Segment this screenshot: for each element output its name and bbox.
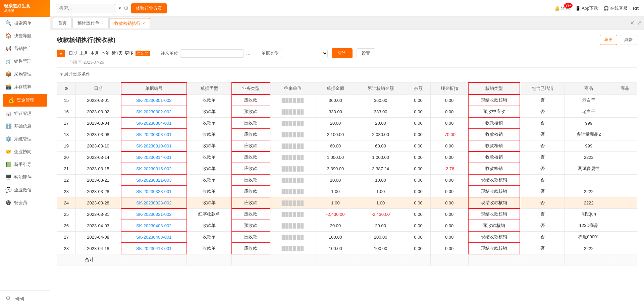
industry-btn[interactable]: 体验行业方案 xyxy=(131,3,167,13)
export-btn[interactable]: 导出 xyxy=(600,35,617,45)
sidebar-item-hardware[interactable]: 🖥️智能硬件 xyxy=(0,171,50,184)
sidebar-item-sales[interactable]: 🛒销售管理 xyxy=(0,55,50,68)
query-btn[interactable]: 查询 xyxy=(332,48,353,58)
bill-link[interactable]: SK-20230308-001 xyxy=(136,132,172,137)
sidebar-item-system[interactable]: ⚙️系统管理 xyxy=(0,133,50,145)
sidebar-item-member[interactable]: 🅥畅会员 xyxy=(0,196,50,209)
sidebar-item-enterprise[interactable]: 🤝企业协同 xyxy=(0,145,50,158)
cell-include_settled: 否 xyxy=(520,186,565,197)
cell-bill_no[interactable]: SK-20230304-001 xyxy=(121,117,187,129)
tab-close-prepay[interactable]: × xyxy=(101,21,104,25)
main-table: ⚙日期单据编号单据类型业务类型往来单位单据金额累计核销金额余额现金折扣核销类型包… xyxy=(57,82,637,265)
cell-bill_no[interactable]: SK-20230315-002 xyxy=(121,163,187,174)
cell-bill_type: 收款单 xyxy=(187,117,232,129)
online-support[interactable]: 🎧 在线客服 xyxy=(603,5,628,11)
bill-link[interactable]: SK-20230328-001 xyxy=(136,189,172,194)
user-name[interactable]: Rit xyxy=(633,6,639,11)
cell-gear: 25 xyxy=(57,208,76,220)
col-header-amount[interactable]: 单据金额 xyxy=(316,82,355,95)
cell-bill_no[interactable]: SK-20230308-001 xyxy=(121,129,187,140)
filter-date-last-month[interactable]: 上月 xyxy=(79,50,88,56)
table-header: ⚙日期单据编号单据类型业务类型往来单位单据金额累计核销金额余额现金折扣核销类型包… xyxy=(57,82,637,95)
col-header-goods[interactable]: 商品 xyxy=(565,82,613,95)
filter-date-7days[interactable]: 近7天 xyxy=(112,50,123,56)
cell-bill_no[interactable]: SK-20230321-003 xyxy=(121,174,187,186)
bill-link[interactable]: SK-20230328-002 xyxy=(136,200,172,205)
cell-partner: ██████ xyxy=(270,117,316,129)
sidebar-item-search[interactable]: 🔍搜索菜单 xyxy=(0,17,50,29)
dropdown-arrow[interactable]: ▾ xyxy=(119,6,121,11)
bill-link[interactable]: SK-20230331-002 xyxy=(136,212,172,217)
col-header-bill_type[interactable]: 单据类型 xyxy=(187,82,232,95)
cell-bill_no[interactable]: SK-20230314-001 xyxy=(121,151,187,163)
setting-btn[interactable]: 设置 xyxy=(357,48,375,58)
gear-icon[interactable]: ⚙ xyxy=(5,295,11,302)
bill-link[interactable]: SK-20230302-002 xyxy=(136,109,172,114)
bill-link[interactable]: SK-20230403-002 xyxy=(136,223,172,228)
cell-balance: 0.00 xyxy=(406,197,430,208)
sidebar-item-purchase[interactable]: 📦采购管理 xyxy=(0,68,50,80)
cell-write_off: 20.00 xyxy=(355,117,406,129)
col-header-include_settled[interactable]: 包含已结清 xyxy=(520,82,565,95)
bill-link[interactable]: SK-20230310-001 xyxy=(136,143,172,148)
tab-close-receipt[interactable]: × xyxy=(143,21,145,26)
sidebar-item-finance[interactable]: 💰资金管理 xyxy=(3,94,47,107)
filter-date-this-month[interactable]: 本月 xyxy=(90,50,99,56)
filter-more-dots[interactable]: ... xyxy=(246,50,250,56)
col-header-discount[interactable]: 现金折扣 xyxy=(430,82,468,95)
col-header-partner[interactable]: 往来单位 xyxy=(270,82,316,95)
cell-bill_no[interactable]: SK-20230328-001 xyxy=(121,186,187,197)
cell-bill_no[interactable]: SK-20230408-001 xyxy=(121,231,187,243)
sidebar-item-guide[interactable]: 📗新手引导 xyxy=(0,158,50,171)
cell-bill_no[interactable]: SK-20230328-002 xyxy=(121,197,187,208)
tab-receipt[interactable]: 收款核销执行× xyxy=(109,18,150,28)
sidebar-item-quicknav[interactable]: 🏠快捷导航 xyxy=(0,29,50,42)
col-header-date[interactable]: 日期 xyxy=(75,82,121,95)
col-header-goods2[interactable]: 商品 xyxy=(613,82,637,95)
cell-goods: 2222 xyxy=(565,197,613,208)
app-download[interactable]: 📱 App下载 xyxy=(575,5,598,11)
tab-close-all[interactable]: ✕ xyxy=(630,20,634,26)
cell-bill_no[interactable]: SK-20230310-001 xyxy=(121,140,187,151)
col-header-write_off[interactable]: 累计核销金额 xyxy=(355,82,406,95)
topbar-gear-icon[interactable]: ⚙ xyxy=(124,5,128,11)
filter-date-this-year[interactable]: 本年 xyxy=(101,50,110,56)
cell-bill_no[interactable]: SK-20230418-001 xyxy=(121,243,187,254)
bill-type-select[interactable] xyxy=(281,49,328,58)
cell-bill_type: 收款单 xyxy=(187,95,232,106)
bill-link[interactable]: SK-20230321-003 xyxy=(136,178,172,183)
bill-link[interactable]: SK-20230314-001 xyxy=(136,155,172,160)
expand-toggle[interactable]: » xyxy=(57,50,65,57)
sidebar-item-inventory[interactable]: 🗃️库存核算 xyxy=(0,80,50,93)
cell-bill_no[interactable]: SK-20230302-002 xyxy=(121,106,187,117)
sidebar-item-basic[interactable]: ℹ️基础信息 xyxy=(0,120,50,133)
tab-prepay[interactable]: 预计应付单× xyxy=(72,18,109,28)
filter-date-more[interactable]: 更多 xyxy=(125,50,133,56)
tab-expand[interactable]: ⤢ xyxy=(637,20,641,26)
col-header-write_off_type[interactable]: 核销类型 xyxy=(468,82,520,95)
refresh-btn[interactable]: 刷新 xyxy=(620,35,637,45)
cell-bill_no[interactable]: SK-20230301-002 xyxy=(121,95,187,106)
notification-area[interactable]: 🔔 消息 99+ xyxy=(554,5,570,11)
bill-link[interactable]: SK-20230408-001 xyxy=(136,235,172,240)
cell-bill_no[interactable]: SK-20230403-002 xyxy=(121,220,187,231)
bill-link[interactable]: SK-20230301-002 xyxy=(136,98,172,103)
tab-home[interactable]: 首页 xyxy=(53,18,72,28)
filter-custom-btn[interactable]: 自定义 xyxy=(136,51,150,56)
cell-bill_no[interactable]: SK-20230331-002 xyxy=(121,208,187,220)
collapse-icon[interactable]: ◀◀ xyxy=(15,295,24,302)
sidebar-item-operations[interactable]: 📊经营管理 xyxy=(0,107,50,120)
partner-input[interactable] xyxy=(180,49,244,58)
col-header-gear[interactable]: ⚙ xyxy=(57,82,76,95)
sidebar-item-wechat[interactable]: 💬企业微信 xyxy=(0,184,50,196)
expand-more-btn[interactable]: ▾ 展开更多条件 xyxy=(57,70,637,78)
bill-link[interactable]: SK-20230304-001 xyxy=(136,121,172,126)
sidebar-item-marketing[interactable]: 📢营销推广 xyxy=(0,42,50,55)
cell-biz_type: 应收款 xyxy=(232,129,270,140)
search-input[interactable] xyxy=(56,4,116,12)
col-header-bill_no[interactable]: 单据编号 xyxy=(121,82,187,95)
col-header-balance[interactable]: 余额 xyxy=(406,82,430,95)
col-header-biz_type[interactable]: 业务类型 xyxy=(232,82,270,95)
bill-link[interactable]: SK-20230315-002 xyxy=(136,166,172,171)
bill-link[interactable]: SK-20230418-001 xyxy=(136,246,172,251)
